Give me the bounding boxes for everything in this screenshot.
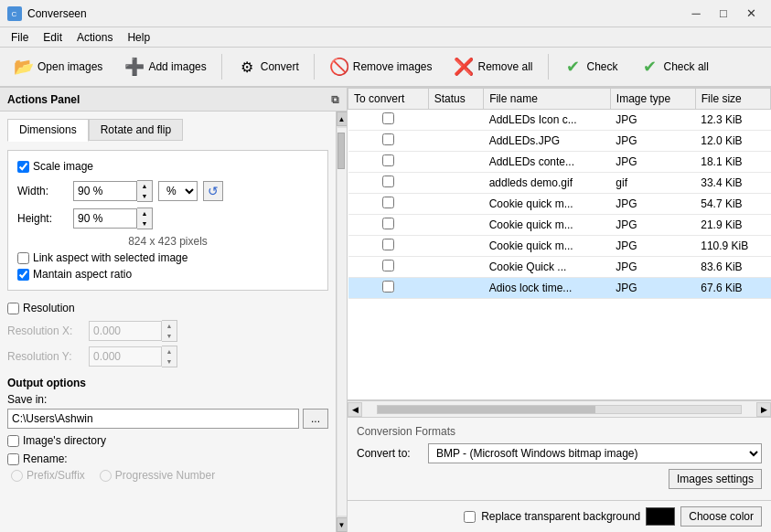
images-settings-button[interactable]: Images settings bbox=[669, 469, 762, 489]
rename-row[interactable]: Rename: bbox=[7, 452, 328, 465]
height-down-arrow[interactable]: ▼ bbox=[137, 218, 152, 229]
svg-text:C: C bbox=[12, 10, 17, 18]
add-images-button[interactable]: ➕ Add images bbox=[114, 50, 216, 83]
refresh-button[interactable]: ↺ bbox=[203, 181, 223, 201]
remove-images-button[interactable]: 🚫 Remove images bbox=[319, 50, 443, 83]
row-checkbox[interactable] bbox=[382, 197, 394, 208]
file-table: To convert Status File name Image type F… bbox=[348, 88, 771, 299]
close-button[interactable]: ✕ bbox=[738, 5, 764, 23]
height-spinner[interactable]: ▲ ▼ bbox=[73, 207, 153, 229]
row-checkbox[interactable] bbox=[382, 218, 394, 229]
progressive-number-radio[interactable] bbox=[100, 470, 112, 482]
row-checkbox[interactable] bbox=[382, 154, 394, 166]
table-row: Adios lock time... JPG 67.6 KiB bbox=[348, 278, 771, 299]
width-input[interactable] bbox=[73, 181, 137, 201]
scale-image-checkbox[interactable] bbox=[17, 161, 29, 173]
convert-button[interactable]: ⚙ Convert bbox=[227, 50, 309, 83]
rename-checkbox[interactable] bbox=[7, 453, 19, 465]
check-label: Check bbox=[587, 60, 618, 73]
resolution-checkbox-row[interactable]: Resolution bbox=[7, 302, 328, 314]
tab-rotate-flip[interactable]: Rotate and flip bbox=[89, 119, 183, 141]
res-y-down-arrow[interactable]: ▼ bbox=[162, 356, 177, 367]
row-checkbox-cell bbox=[348, 236, 429, 257]
progressive-number-row[interactable]: Progressive Number bbox=[100, 469, 215, 482]
open-images-button[interactable]: 📂 Open images bbox=[4, 50, 112, 83]
row-checkbox[interactable] bbox=[382, 176, 394, 187]
table-row: Cookie quick m... JPG 110.9 KiB bbox=[348, 236, 771, 257]
row-checkbox[interactable] bbox=[382, 281, 394, 293]
link-aspect-row[interactable]: Link aspect with selected image bbox=[17, 251, 318, 264]
maximize-button[interactable]: □ bbox=[711, 5, 736, 23]
save-in-label: Save in: bbox=[7, 393, 328, 406]
convert-to-select[interactable]: BMP - (Microsoft Windows bitmap image) bbox=[428, 443, 762, 463]
scroll-right-arrow[interactable]: ▶ bbox=[756, 402, 771, 417]
row-checkbox-cell bbox=[348, 257, 429, 278]
convert-to-row: Convert to: BMP - (Microsoft Windows bit… bbox=[357, 443, 762, 463]
minimize-button[interactable]: ─ bbox=[683, 5, 709, 23]
height-label: Height: bbox=[17, 212, 68, 225]
row-checkbox[interactable] bbox=[382, 112, 394, 124]
images-directory-label: Image's directory bbox=[23, 434, 106, 447]
resolution-checkbox[interactable] bbox=[7, 303, 19, 314]
bottom-row: Replace transparent background Choose co… bbox=[348, 500, 771, 532]
prefix-suffix-radio[interactable] bbox=[11, 470, 23, 482]
table-row: Cookie quick m... JPG 21.9 KiB bbox=[348, 215, 771, 236]
replace-transparent-checkbox[interactable] bbox=[464, 511, 476, 523]
menu-help[interactable]: Help bbox=[120, 29, 157, 46]
resolution-y-input[interactable] bbox=[89, 346, 162, 367]
width-spinner[interactable]: ▲ ▼ bbox=[73, 180, 153, 202]
width-up-arrow[interactable]: ▲ bbox=[137, 181, 152, 191]
scroll-track[interactable] bbox=[377, 405, 742, 414]
open-images-icon: 📂 bbox=[14, 57, 34, 77]
menu-actions[interactable]: Actions bbox=[70, 29, 120, 46]
images-directory-checkbox[interactable] bbox=[7, 435, 19, 447]
images-directory-row[interactable]: Image's directory bbox=[7, 434, 328, 447]
table-scroll-wrapper[interactable]: To convert Status File name Image type F… bbox=[348, 88, 771, 399]
resolution-section: Resolution Resolution X: ▲ ▼ bbox=[7, 302, 328, 367]
width-down-arrow[interactable]: ▼ bbox=[137, 191, 152, 201]
panel-restore-button[interactable]: ⧉ bbox=[331, 93, 339, 106]
link-aspect-checkbox[interactable] bbox=[17, 252, 29, 264]
window-controls: ─ □ ✕ bbox=[683, 5, 764, 23]
row-checkbox[interactable] bbox=[382, 260, 394, 271]
remove-all-button[interactable]: ❌ Remove all bbox=[444, 50, 542, 83]
horizontal-scrollbar[interactable]: ◀ ▶ bbox=[348, 400, 771, 417]
row-filename: AddLEDs.JPG bbox=[484, 131, 611, 152]
row-checkbox-cell bbox=[348, 110, 429, 131]
scroll-left-arrow[interactable]: ◀ bbox=[348, 402, 362, 417]
panel-scroll-up[interactable]: ▲ bbox=[337, 112, 348, 126]
panel-scrollbar: ▲ ▼ bbox=[336, 112, 347, 532]
row-file-size: 110.9 KiB bbox=[695, 236, 770, 257]
res-x-down-arrow[interactable]: ▼ bbox=[162, 331, 177, 341]
choose-color-button[interactable]: Choose color bbox=[680, 506, 762, 527]
maintain-aspect-row[interactable]: Mantain aspect ratio bbox=[17, 268, 318, 281]
check-all-button[interactable]: ✔ Check all bbox=[630, 50, 719, 83]
scale-image-checkbox-row[interactable]: Scale image bbox=[17, 160, 318, 173]
save-in-input[interactable] bbox=[7, 409, 299, 429]
open-images-label: Open images bbox=[37, 60, 102, 73]
row-checkbox[interactable] bbox=[382, 239, 394, 250]
maintain-aspect-checkbox[interactable] bbox=[17, 269, 29, 281]
row-filename: Cookie quick m... bbox=[484, 236, 611, 257]
res-y-up-arrow[interactable]: ▲ bbox=[162, 346, 177, 356]
resolution-x-input[interactable] bbox=[89, 321, 162, 341]
prefix-suffix-row[interactable]: Prefix/Suffix bbox=[11, 469, 85, 482]
panel-scroll-thumb bbox=[337, 133, 345, 169]
tab-dimensions[interactable]: Dimensions bbox=[7, 119, 89, 142]
menu-file[interactable]: File bbox=[4, 29, 36, 46]
row-image-type: JPG bbox=[610, 194, 695, 215]
app-icon: C bbox=[7, 6, 22, 21]
row-filename: Cookie quick m... bbox=[484, 194, 611, 215]
panel-scroll-down[interactable]: ▼ bbox=[337, 517, 348, 532]
res-x-up-arrow[interactable]: ▲ bbox=[162, 321, 177, 331]
height-input[interactable] bbox=[73, 208, 137, 229]
convert-icon: ⚙ bbox=[237, 57, 257, 77]
browse-button[interactable]: ... bbox=[303, 409, 328, 429]
height-up-arrow[interactable]: ▲ bbox=[137, 208, 152, 218]
row-checkbox[interactable] bbox=[382, 133, 394, 145]
unit-select[interactable]: % px bbox=[158, 181, 198, 201]
menu-edit[interactable]: Edit bbox=[36, 29, 70, 46]
check-button[interactable]: ✔ Check bbox=[553, 50, 628, 83]
row-file-size: 83.6 KiB bbox=[695, 257, 770, 278]
resolution-label: Resolution bbox=[23, 302, 75, 314]
